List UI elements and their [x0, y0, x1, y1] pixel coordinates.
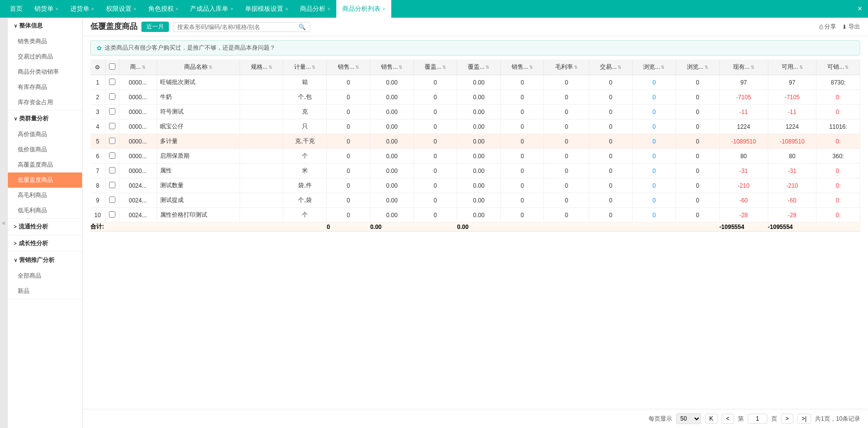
col-trade[interactable]: 交易...⇅: [589, 59, 633, 75]
col-cover1[interactable]: 覆盖...⇅: [413, 59, 457, 75]
col-unit[interactable]: 计量...⇅: [283, 59, 327, 75]
sidebar-item-new-goods[interactable]: 新品: [8, 284, 82, 299]
sidebar-item-category-rate[interactable]: 商品分类动销率: [8, 64, 82, 80]
settings-icon[interactable]: ⚙: [95, 64, 100, 71]
nav-template-settings[interactable]: 单据模板设置 ×: [239, 0, 294, 18]
sidebar-section-overview[interactable]: ∨ 整体信息: [8, 18, 82, 34]
row-code: 0000...: [119, 119, 157, 134]
row-checkbox[interactable]: [105, 119, 119, 134]
row-spec: [240, 119, 283, 134]
col-name[interactable]: 商品名称⇅: [157, 59, 240, 75]
sidebar-item-high-value[interactable]: 高价值商品: [8, 127, 82, 142]
time-filter-button[interactable]: 近一月: [141, 22, 169, 32]
search-input[interactable]: [177, 24, 298, 30]
row-view1[interactable]: 0: [632, 134, 676, 149]
nav-sales-order[interactable]: 销货单 ×: [28, 0, 64, 18]
nav-home[interactable]: 首页: [4, 0, 28, 18]
sidebar-item-high-margin[interactable]: 高毛利商品: [8, 188, 82, 203]
row-code: 0000...: [119, 90, 157, 105]
sidebar-section-growth[interactable]: > 成长性分析: [8, 235, 82, 252]
row-checkbox[interactable]: [105, 149, 119, 164]
table-row: 4 0000... 眠宝公仔 只 0 0.00 0 0.00 0 0 0 0 0…: [90, 119, 860, 134]
sidebar-item-traded-goods[interactable]: 交易过的商品: [8, 49, 82, 64]
row-checkbox[interactable]: [105, 208, 119, 223]
nav-product-analysis-list[interactable]: 商品分析列表 ×: [336, 0, 391, 18]
row-view1[interactable]: 0: [632, 208, 676, 223]
sidebar-collapse-button[interactable]: «: [0, 18, 8, 428]
col-view2[interactable]: 浏览...⇅: [676, 59, 720, 75]
nav-close-icon[interactable]: ×: [91, 6, 94, 12]
share-button[interactable]: ⎙ 分享: [819, 23, 836, 31]
sidebar-item-high-coverage[interactable]: 高覆盖度商品: [8, 157, 82, 172]
sidebar-section-liquidity[interactable]: > 流通性分析: [8, 219, 82, 235]
sidebar-section-marketing[interactable]: ∨ 营销推广分析: [8, 252, 82, 268]
search-icon[interactable]: 🔍: [298, 24, 306, 30]
row-checkbox[interactable]: [105, 105, 119, 119]
row-unit: 袋,件: [283, 178, 327, 193]
page-size-select[interactable]: 50 100 200: [676, 413, 701, 424]
sidebar-item-low-margin[interactable]: 低毛利商品: [8, 203, 82, 218]
page-number-input[interactable]: [748, 414, 767, 424]
prev-page-button[interactable]: <: [722, 414, 734, 424]
row-cover2: 0.00: [457, 208, 501, 223]
nav-close-icon[interactable]: ×: [327, 6, 330, 12]
col-code[interactable]: 商...⇅: [119, 59, 157, 75]
row-view1[interactable]: 0: [632, 90, 676, 105]
col-sales3[interactable]: 销售...⇅: [500, 59, 544, 75]
col-sales-qty[interactable]: 销售...⇅: [326, 59, 370, 75]
sidebar-section-cluster[interactable]: ∨ 类群量分析: [8, 111, 82, 127]
row-gross: 0: [544, 134, 589, 149]
sidebar-item-in-stock[interactable]: 有库存商品: [8, 80, 82, 95]
select-all-checkbox[interactable]: [109, 63, 115, 70]
row-view1[interactable]: 0: [632, 164, 676, 178]
col-gross[interactable]: 毛利率⇅: [544, 59, 589, 75]
col-settings[interactable]: ⚙: [90, 59, 105, 75]
sidebar-item-stock-fund[interactable]: 库存资金占用: [8, 95, 82, 110]
row-available: -1089510: [768, 134, 816, 149]
sidebar-item-low-value[interactable]: 低价值商品: [8, 142, 82, 157]
sidebar-item-all-goods[interactable]: 全部商品: [8, 268, 82, 284]
nav-close-icon[interactable]: ×: [230, 6, 233, 12]
sort-icon: ⇅: [142, 65, 146, 70]
row-checkbox[interactable]: [105, 90, 119, 105]
row-checkbox[interactable]: [105, 134, 119, 149]
col-view1[interactable]: 浏览...⇅: [632, 59, 676, 75]
row-view1[interactable]: 0: [632, 119, 676, 134]
nav-close-icon[interactable]: ×: [285, 6, 288, 12]
nav-purchase-order[interactable]: 进货单 ×: [64, 0, 100, 18]
sidebar-item-sales-goods[interactable]: 销售类商品: [8, 34, 82, 49]
col-current[interactable]: 现有...⇅: [719, 59, 768, 75]
row-view1[interactable]: 0: [632, 75, 676, 90]
nav-close-icon[interactable]: ×: [176, 6, 179, 12]
nav-permissions[interactable]: 权限设置 ×: [100, 0, 142, 18]
next-page-button[interactable]: >: [781, 414, 793, 424]
chevron-down-icon: ∨: [14, 116, 17, 121]
first-page-button[interactable]: K: [705, 414, 718, 424]
row-view1[interactable]: 0: [632, 149, 676, 164]
window-close-icon[interactable]: ×: [858, 4, 862, 13]
sidebar-item-low-coverage[interactable]: 低覆盖度商品: [8, 172, 82, 188]
col-cover2[interactable]: 覆盖...⇅: [457, 59, 501, 75]
nav-close-icon[interactable]: ×: [55, 6, 58, 12]
row-view1[interactable]: 0: [632, 105, 676, 119]
col-spec[interactable]: 规格...⇅: [240, 59, 283, 75]
export-button[interactable]: ⬇ 导出: [842, 23, 860, 31]
row-gross: 0: [544, 193, 589, 208]
nav-role-auth[interactable]: 角色授权 ×: [142, 0, 185, 18]
nav-product-inbound[interactable]: 产成品入库单 ×: [184, 0, 239, 18]
row-view1[interactable]: 0: [632, 178, 676, 193]
row-checkbox[interactable]: [105, 193, 119, 208]
nav-close-icon[interactable]: ×: [134, 6, 136, 12]
col-sellable[interactable]: 可销...⇅: [816, 59, 860, 75]
nav-close-icon[interactable]: ×: [382, 6, 385, 12]
nav-product-analysis[interactable]: 商品分析 ×: [294, 0, 336, 18]
col-available[interactable]: 可用...⇅: [768, 59, 816, 75]
row-checkbox[interactable]: [105, 75, 119, 90]
row-checkbox[interactable]: [105, 178, 119, 193]
row-trade: 0: [589, 90, 633, 105]
col-sales-amt[interactable]: 销售...⇅: [370, 59, 414, 75]
row-checkbox[interactable]: [105, 164, 119, 178]
totals-label: 合计:: [90, 223, 119, 231]
row-view1[interactable]: 0: [632, 193, 676, 208]
last-page-button[interactable]: >|: [797, 414, 811, 424]
